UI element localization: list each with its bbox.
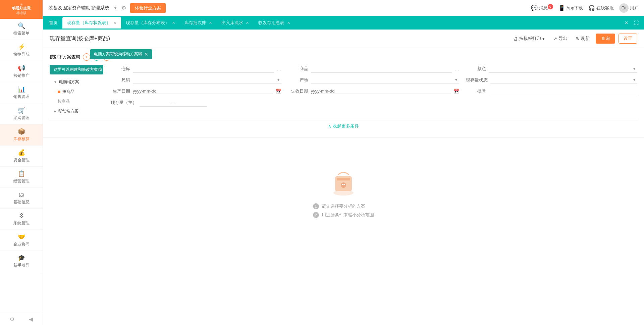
add-scheme-btn[interactable]: ＋ [83, 53, 90, 61]
system-name: 装备及固定资产辅助管理系统 [48, 5, 109, 11]
sidebar-item-newbie[interactable]: 🎓 新手引导 [0, 251, 43, 272]
print-icon: 🖨 [514, 36, 518, 41]
sidebar-item-quicknav[interactable]: ⚡ 快捷导航 [0, 40, 43, 61]
tab-close-icon[interactable]: ✕ [287, 21, 290, 25]
scheme-mobile-parent[interactable]: ▶ 移动端方案 [50, 106, 103, 116]
produce-date-range [133, 89, 273, 94]
sidebar-bottom: ⚙ ◀ [0, 313, 43, 325]
user-avatar: Ea [619, 3, 629, 13]
search-icon: 🔍 [18, 22, 25, 30]
tab-inventory-dist[interactable]: 现存量（库存分布表） ✕ [121, 17, 180, 29]
export-label: 导出 [558, 36, 567, 42]
basic-icon: 🗂 [18, 191, 24, 198]
stock-status-select[interactable]: ▾ [490, 76, 637, 84]
expire-date-calendar-icon[interactable]: 📅 [453, 89, 459, 94]
tab-in-out-flow[interactable]: 出入库流水 ✕ [217, 17, 254, 29]
search-btn[interactable]: 查询 [596, 34, 615, 44]
scheme-desktop-parent[interactable]: ▼ 电脑端方案 [50, 77, 103, 87]
template-print-btn[interactable]: 🖨 按模板打印 ▾ [511, 34, 547, 43]
filter-produce-date: 生产日期 📅 [110, 87, 281, 95]
scheme-dot-icon [58, 90, 60, 94]
topbar-settings-icon[interactable]: ⚙ [121, 5, 126, 11]
color-arrow-icon: ▾ [633, 66, 635, 71]
avatar-text: Ea [622, 6, 627, 10]
produce-date-from[interactable] [133, 89, 163, 94]
sidebar-item-label: 基础信息 [13, 199, 30, 205]
operations-icon: 📋 [18, 170, 25, 177]
filter-row-1: 仓库 … 商品 … 颜色 [110, 65, 637, 73]
sidebar-item-basic[interactable]: 🗂 基础信息 [0, 188, 43, 209]
sidebar: 6 畅通好生意 标准版 🔍 搜索菜单 ⚡ 快捷导航 📢 营销推广 📊 销售管理 … [0, 0, 43, 325]
stock-qty-from[interactable] [140, 99, 169, 106]
sidebar-item-operations[interactable]: 📋 经营管理 [0, 167, 43, 188]
expire-date-from[interactable] [311, 89, 341, 94]
warehouse-input[interactable] [133, 65, 274, 73]
sidebar-item-label: 经营管理 [13, 178, 30, 184]
produce-date-calendar-icon[interactable]: 📅 [276, 89, 281, 94]
filter-color: 颜色 ▾ [466, 65, 637, 73]
goods-dots[interactable]: … [454, 66, 459, 71]
empty-tip-2: 2 用过滤条件来缩小分析范围 [313, 212, 374, 218]
collapse-sidebar-btn[interactable]: ◀ [29, 316, 33, 322]
sidebar-item-sales[interactable]: 📊 销售管理 [0, 82, 43, 103]
refresh-btn[interactable]: ↻ 刷新 [573, 34, 592, 43]
tab-label: 收发存汇总表 [258, 20, 284, 26]
export-btn[interactable]: ↗ 导出 [551, 34, 570, 43]
tab-label: 现存量（库存状况表） [67, 20, 111, 26]
tab-close-icon[interactable]: ✕ [172, 21, 175, 25]
origin-label: 产地 [288, 77, 308, 83]
tab-inventory-status[interactable]: 现存量（库存状况表） ✕ [62, 17, 121, 29]
filter-warehouse: 仓库 … [110, 65, 281, 73]
filter-row-3: 生产日期 📅 失效日期 📅 [110, 87, 637, 95]
online-service-btn[interactable]: 🎧 在线客服 [588, 5, 614, 11]
sidebar-item-label: 销售管理 [13, 94, 30, 100]
sidebar-item-enterprise[interactable]: 🤝 企业协同 [0, 230, 43, 251]
sidebar-item-label: 采购管理 [13, 115, 30, 121]
sidebar-item-inventory[interactable]: 📦 库存核算 [0, 124, 43, 146]
stock-qty-to[interactable] [177, 99, 207, 106]
app-download-label: App下载 [567, 5, 583, 11]
scheme-expand-icon: ▼ [54, 80, 57, 84]
tab-home[interactable]: 首页 [44, 17, 62, 29]
message-btn[interactable]: 💬 消息 6 [531, 5, 553, 11]
tab-summary[interactable]: 收发存汇总表 ✕ [254, 17, 295, 29]
tab-fullscreen-icon[interactable]: ⛶ [633, 19, 640, 27]
stock-qty-label: 现存量（主） [110, 100, 137, 106]
tooltip1-close[interactable]: ✕ [144, 52, 148, 57]
color-select[interactable]: ▾ [489, 65, 637, 73]
scheme-desktop-child[interactable]: 按商品 [50, 87, 103, 97]
empty-tip-1: 1 请先选择要分析的方案 [313, 203, 374, 209]
sidebar-item-purchase[interactable]: 🛒 采购管理 [0, 103, 43, 124]
warehouse-dots[interactable]: … [277, 66, 281, 71]
batch-input[interactable] [489, 87, 637, 95]
sidebar-item-finance[interactable]: 💰 资金管理 [0, 146, 43, 167]
trial-btn[interactable]: 体验行业方案 [130, 3, 166, 13]
sidebar-item-marketing[interactable]: 📢 营销推广 [0, 61, 43, 82]
sidebar-item-label: 系统管理 [13, 220, 30, 226]
tab-close-icon[interactable]: ✕ [113, 21, 116, 25]
goods-input[interactable] [311, 65, 452, 73]
system-dropdown-icon[interactable]: ▼ [113, 6, 117, 10]
warehouse-label: 仓库 [110, 66, 130, 72]
tab-batch-ledger[interactable]: 库存批次账 ✕ [180, 17, 217, 29]
tab-close-icon[interactable]: ✕ [246, 21, 249, 25]
sidebar-item-search[interactable]: 🔍 搜索菜单 [0, 19, 43, 40]
user-area[interactable]: Ea 用户 [619, 3, 639, 13]
filter-expire-date: 失效日期 📅 [288, 87, 460, 95]
app-download-btn[interactable]: 📱 App下载 [558, 5, 583, 11]
collapse-up-icon: ∧ [328, 124, 331, 129]
marketing-icon: 📢 [18, 64, 25, 72]
size-select[interactable]: ▾ [133, 76, 281, 84]
tooltip2-close[interactable]: ✕ [104, 67, 108, 72]
settings-bottom-btn[interactable]: ⚙ [10, 316, 14, 322]
tab-close-icon[interactable]: ✕ [209, 21, 212, 25]
collapse-btn[interactable]: ∧ 收起更多条件 [328, 123, 359, 129]
sidebar-item-label: 搜索菜单 [13, 31, 30, 36]
settings-btn[interactable]: 设置 [619, 34, 637, 44]
sales-icon: 📊 [18, 86, 25, 93]
tab-close-all-icon[interactable]: ✕ [623, 19, 630, 27]
sidebar-item-system[interactable]: ⚙ 系统管理 [0, 209, 43, 230]
message-badge: 6 [548, 4, 553, 9]
svg-point-7 [342, 184, 343, 185]
origin-select[interactable]: ▾ [311, 76, 460, 84]
